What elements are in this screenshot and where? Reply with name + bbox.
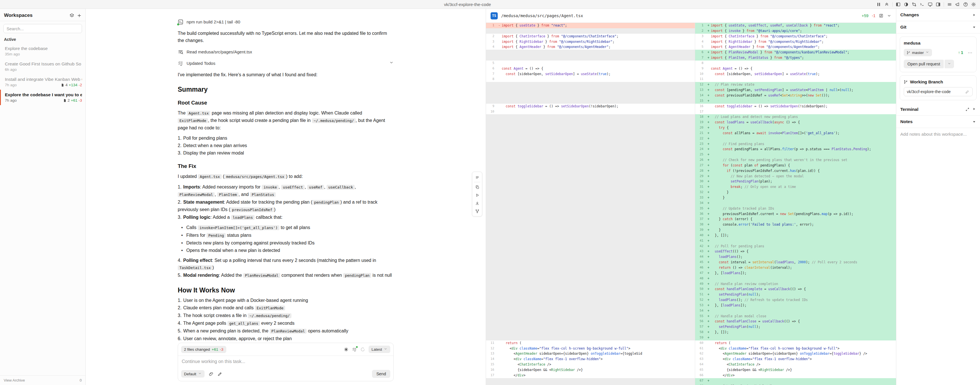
megaphone-icon[interactable] — [955, 2, 960, 7]
view-archive-link[interactable]: View Archive — [4, 378, 25, 382]
diff-spacer-row — [486, 195, 695, 200]
message-input[interactable] — [182, 359, 390, 364]
list-item: 4.The Agent page polls get_all_plans eve… — [178, 320, 394, 327]
diff-row: 19+ const loadPlans = useCallback(async … — [695, 120, 896, 125]
menu-icon[interactable] — [947, 2, 952, 7]
diff-row: 26+ // Check for new pending plans that … — [695, 158, 896, 163]
copy-icon[interactable] — [473, 183, 481, 191]
git-branch-icon — [907, 51, 910, 54]
display-icon[interactable] — [928, 2, 932, 7]
list-item: 1.Imports: Added necessary imports for i… — [178, 183, 394, 198]
more-options-icon[interactable]: ⋯ — [968, 50, 972, 56]
diff-spacer-row — [486, 383, 695, 385]
list-item: 5.Modal rendering: Added the PlanReviewM… — [178, 272, 394, 279]
diff-row: 57+ setPendingPlan(null); — [695, 324, 896, 329]
diff-row: 12 <div className="flex flex-col h-scree… — [486, 346, 695, 351]
files-changed-badge[interactable]: 2 files changed +61 -3 — [181, 346, 226, 353]
notes-placeholder[interactable]: Add notes about this workspace... — [896, 128, 980, 140]
git-section-header[interactable]: Git — [896, 21, 980, 33]
drag-handle-icon[interactable] — [473, 173, 481, 181]
workspace-item[interactable]: Create Good First Issues on Github So p6… — [0, 59, 86, 74]
settings-gear-icon[interactable] — [971, 2, 976, 7]
line-number: 37 — [695, 216, 706, 222]
code-text: setPendingPlan(null); — [711, 292, 896, 298]
notes-section-header[interactable]: Notes — [896, 116, 980, 128]
diff-view-icon[interactable] — [879, 13, 883, 18]
line-number: 14 — [695, 93, 706, 98]
git-fork-icon[interactable] — [473, 207, 481, 215]
add-workspace-button[interactable] — [77, 13, 82, 18]
panel-left-icon[interactable] — [896, 2, 900, 7]
inline-code: invoke — [262, 185, 278, 189]
model-dropdown[interactable]: Default — [181, 370, 205, 377]
inline-code: ExitPlanMode — [178, 118, 208, 123]
version-dropdown[interactable]: Latest — [369, 345, 390, 353]
code-text — [711, 60, 896, 66]
tool-call-terminal[interactable]: npm run build 2>&1 | tail -80 — [178, 18, 394, 25]
diff-sign: + — [706, 270, 711, 276]
pr-options-button[interactable] — [945, 60, 954, 68]
chevron-down-icon[interactable] — [389, 60, 394, 67]
help-icon[interactable] — [963, 2, 968, 7]
code-text: </div> — [502, 373, 695, 378]
search-input[interactable] — [3, 24, 82, 33]
send-button[interactable]: Send — [372, 370, 390, 378]
pen-icon[interactable] — [218, 372, 222, 376]
open-pr-button[interactable]: Open pull request — [904, 60, 944, 68]
code-text: return ( — [711, 340, 896, 346]
diff-spacer-row — [486, 259, 695, 265]
tool-call-read[interactable]: Read medusa/src/pages/Agent.tsx — [178, 48, 394, 56]
diff-spacer-row — [486, 303, 695, 308]
chevron-down-icon[interactable] — [887, 13, 891, 18]
working-branch-field[interactable]: vk/3ccf-explore-the-code — [904, 87, 972, 96]
terminal-section-header[interactable]: Terminal — [896, 103, 980, 116]
branch-dropdown[interactable]: master — [904, 49, 932, 56]
attachment-icon[interactable] — [208, 372, 213, 376]
spark-icon[interactable] — [344, 347, 348, 352]
workspace-item[interactable]: Explore the codebase I want you to expl7… — [0, 90, 86, 105]
diff-row: 50+ const handlePlanComplete = useCallba… — [695, 286, 896, 292]
list-item: •Detects new plans by comparing against … — [178, 239, 394, 247]
diff-row: 16 {sidebarOpen && <RightSidebar />} — [486, 367, 695, 373]
diff-row: 66 </div> — [695, 373, 896, 378]
list-number: 3. — [178, 313, 181, 318]
play-icon[interactable] — [473, 191, 481, 199]
line-number: 53 — [695, 303, 706, 308]
composer-actions-row: Default Send — [178, 367, 393, 381]
diff-row: 29+ // New plan detected — open the moda… — [695, 173, 896, 179]
expand-icon[interactable] — [966, 107, 969, 111]
diff-spacer-row — [486, 319, 695, 324]
diff-sign — [706, 72, 711, 77]
line-number: 23 — [695, 142, 706, 147]
collapse-all-icon[interactable] — [884, 2, 889, 7]
chat-scroll-area[interactable]: npm run build 2>&1 | tail -80The build c… — [86, 9, 486, 343]
diff-row: 64 <ChatInterface /> — [695, 362, 896, 367]
pause-icon[interactable] — [876, 2, 881, 7]
diff-spacer-row — [486, 114, 695, 120]
chat-floating-toolbar — [472, 172, 482, 216]
pencil-icon — [966, 90, 969, 94]
diff-sign — [706, 362, 711, 367]
spinner-icon — [360, 347, 365, 352]
diff-spacer-row — [486, 228, 695, 233]
todo-status-icon[interactable] — [352, 347, 357, 352]
diff-sign — [497, 44, 502, 50]
layers-icon[interactable] — [69, 13, 74, 18]
theme-contrast-icon[interactable] — [904, 2, 908, 7]
line-number: 29 — [695, 173, 706, 179]
diff-sign: + — [706, 281, 711, 287]
deletions-count: -3 — [220, 347, 223, 352]
diff-sign: + — [706, 276, 711, 281]
download-icon[interactable] — [473, 199, 481, 207]
diff-sign: + — [706, 259, 711, 265]
panel-right-icon[interactable] — [936, 2, 940, 7]
diff-spacer-row — [486, 184, 695, 189]
diff-row: 59+ — [695, 335, 896, 340]
workspace-item[interactable]: Install and integrate Vibe Kanban Web C7… — [0, 74, 86, 90]
workspace-item-time: 7h ago — [5, 83, 17, 87]
workspace-item[interactable]: Explore the codebase35m ago — [0, 43, 86, 59]
terminal-icon[interactable] — [920, 2, 924, 7]
tool-call-todos[interactable]: Updated Todos — [178, 60, 394, 67]
git-compare-icon[interactable] — [912, 2, 916, 7]
changes-section-header[interactable]: Changes — [896, 9, 980, 21]
